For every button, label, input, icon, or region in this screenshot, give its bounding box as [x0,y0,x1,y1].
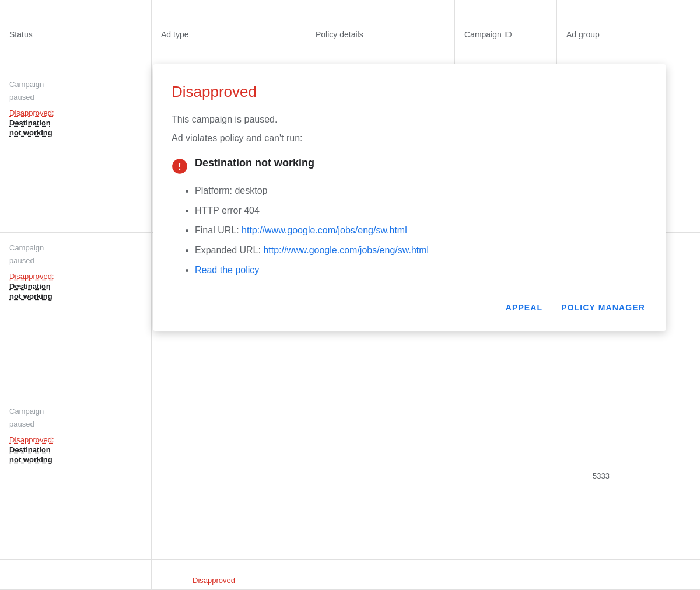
row3-not-working-label[interactable]: not working [9,455,142,464]
row2-campaign-label: Campaign [9,242,142,254]
row1-paused-label: paused [9,92,142,103]
list-item: Final URL: http://www.google.com/jobs/en… [195,224,648,238]
row1-not-working-label[interactable]: not working [9,128,142,137]
popup-title: Disapproved [172,83,648,101]
row1-status-cell: Campaign paused Disapproved: Destination… [0,69,152,232]
read-policy-link[interactable]: Read the policy [195,265,259,275]
row1-campaign-label: Campaign [9,79,142,90]
svg-text:!: ! [178,161,181,172]
popup-subtitle1: This campaign is paused. [172,113,648,127]
row4-disapproved-label[interactable]: Disapproved [192,576,235,585]
expanded-url-prefix: Expanded URL: [195,245,263,255]
row3-status-cell: Campaign paused Disapproved: Destination… [0,396,152,559]
policy-issue-section: ! Destination not working [172,157,648,174]
platform-item: Platform: desktop [195,186,268,195]
col-header-status: Status [0,0,152,69]
col-header-adtype: Ad type [152,0,306,69]
list-item: Read the policy [195,263,648,277]
row4-rest: Disapproved [152,560,700,589]
expanded-url-link[interactable]: http://www.google.com/jobs/eng/sw.html [263,245,429,255]
row4-status-cell [0,560,152,589]
popup-subtitle2: Ad violates policy and can't run: [172,131,648,145]
row3-campaign-id: 5333 [593,472,610,480]
row1-destination-label[interactable]: Destination [9,118,142,127]
col-header-policy: Policy details [306,0,455,69]
row3-destination-label[interactable]: Destination [9,445,142,454]
row3-disapproved-label[interactable]: Disapproved: [9,435,142,444]
policy-manager-button[interactable]: POLICY MANAGER [559,298,648,317]
error-circle-icon: ! [172,158,188,174]
row2-paused-label: paused [9,255,142,267]
final-url-prefix: Final URL: [195,225,242,235]
row1-disapproved-label[interactable]: Disapproved: [9,109,142,117]
list-item: Platform: desktop [195,184,648,198]
list-item: Expanded URL: http://www.google.com/jobs… [195,243,648,257]
appeal-button[interactable]: APPEAL [503,298,545,317]
row2-status-cell: Campaign paused Disapproved: Destination… [0,233,152,396]
row2-destination-label[interactable]: Destination [9,282,142,291]
row2-not-working-label[interactable]: not working [9,292,142,301]
list-item: HTTP error 404 [195,204,648,218]
table-row-partial: Disapproved [0,560,700,590]
popup-actions: APPEAL POLICY MANAGER [172,289,648,317]
col-header-adgroup: Ad group [557,0,700,69]
final-url-link[interactable]: http://www.google.com/jobs/eng/sw.html [242,225,407,235]
row3-campaign-label: Campaign [9,406,142,417]
policy-issue-title: Destination not working [195,157,314,169]
col-header-campaign-id: Campaign ID [455,0,557,69]
http-error-item: HTTP error 404 [195,205,260,215]
row3-paused-label: paused [9,418,142,430]
table-header: Status Ad type Policy details Campaign I… [0,0,700,69]
policy-popup: Disapproved This campaign is paused. Ad … [153,64,666,331]
row2-disapproved-label[interactable]: Disapproved: [9,272,142,281]
row3-rest [152,396,700,559]
policy-items-list: Platform: desktop HTTP error 404 Final U… [172,184,648,277]
